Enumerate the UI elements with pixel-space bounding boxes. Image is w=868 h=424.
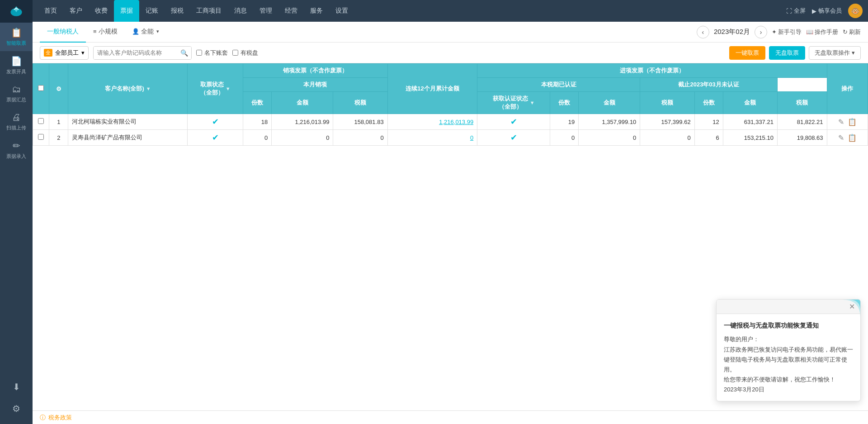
row-sales-count-0: 18 xyxy=(243,114,272,130)
topnav-right: ⛶ 全屏 ▶ 畅享会员 🐵 xyxy=(786,4,863,18)
header-fetch-status-col: 取票状态（全部） ▼ xyxy=(188,64,243,114)
row-continuous12-0: 1,216,013.99 xyxy=(387,114,477,130)
tab-general-label: 一般纳税人 xyxy=(47,28,79,36)
row-continuous12-1: 0 xyxy=(387,130,477,146)
manual-link[interactable]: 📖 操作手册 xyxy=(806,28,838,36)
tab-all-label: 全能 xyxy=(141,28,154,36)
refresh-link[interactable]: ↻ 刷新 xyxy=(843,28,861,36)
row-purchase-uncert-amount-1: 153,215.10 xyxy=(723,130,777,146)
row-checkbox-1[interactable] xyxy=(33,130,49,146)
one-click-fetch-button[interactable]: 一键取票 xyxy=(729,46,765,60)
next-month-button[interactable]: › xyxy=(755,26,767,38)
sidebar-item-data-entry[interactable]: ✏ 票据录入 xyxy=(0,136,33,164)
search-button[interactable]: 🔍 xyxy=(177,46,191,60)
filter-account-checkbox[interactable] xyxy=(196,50,202,56)
employee-select[interactable]: 全 全部员工 ▾ xyxy=(40,46,89,60)
cert-status-filter-icon[interactable]: ▼ xyxy=(530,100,535,105)
user-avatar[interactable]: 🐵 xyxy=(848,4,863,18)
row-fetch-status-0: ✔ xyxy=(188,114,243,130)
employee-tag: 全 xyxy=(44,49,52,57)
row-sales-amount-0: 1,216,013.99 xyxy=(272,114,333,130)
nav-billing[interactable]: 收费 xyxy=(89,0,114,22)
search-wrap: 🔍 xyxy=(93,46,192,60)
settings-bottom-icon: ⚙ xyxy=(12,403,20,414)
member-button[interactable]: ▶ 畅享会员 xyxy=(812,7,842,15)
tab-all[interactable]: 👤 全能 ▾ xyxy=(125,22,166,43)
sidebar-item-download[interactable]: ⬇ xyxy=(0,377,33,397)
header-settings-col: ⚙ xyxy=(49,64,68,114)
nav-invoice[interactable]: 票据 xyxy=(114,0,139,22)
filter-taxdisk-label[interactable]: 有税盘 xyxy=(232,49,258,57)
row-sales-tax-1: 0 xyxy=(333,130,387,146)
header-sales-tax: 税额 xyxy=(333,92,387,114)
all-icon: 👤 xyxy=(132,28,139,35)
filter-taxdisk-checkbox[interactable] xyxy=(232,50,238,56)
row-purchase-uncert-tax-0: 81,822.21 xyxy=(777,114,827,130)
row-sales-amount-1: 0 xyxy=(272,130,333,146)
row-purchase-cert-amount-0: 1,357,999.10 xyxy=(579,114,640,130)
guide-icon: ✦ xyxy=(772,29,777,35)
tax-policy-link[interactable]: 税务政策 xyxy=(48,414,72,422)
row-purchase-cert-count-0: 19 xyxy=(550,114,579,130)
row-cert-status-0: ✔ xyxy=(477,114,550,130)
sidebar-item-invoice-summary[interactable]: 🗂 票据汇总 xyxy=(0,80,33,108)
row-purchase-cert-amount-1: 0 xyxy=(579,130,640,146)
row-purchase-cert-tax-1: 0 xyxy=(640,130,694,146)
tab-general[interactable]: 一般纳税人 xyxy=(40,22,86,43)
small-scale-icon: ≡ xyxy=(93,28,97,35)
scan-upload-icon: 🖨 xyxy=(12,112,21,123)
sidebar-item-invoice-summary-label: 票据汇总 xyxy=(6,96,26,103)
toolbar-right: 一键取票 无盘取票 无盘取票操作 ▾ xyxy=(729,46,861,60)
no-disk-fetch-button[interactable]: 无盘取票 xyxy=(769,46,805,60)
row-detail-btn-0[interactable]: 📋 xyxy=(847,118,858,126)
header-purchase-group: 进项发票（不含作废票） xyxy=(477,64,827,78)
sidebar-item-settings-bottom[interactable]: ⚙ xyxy=(0,399,33,419)
fullscreen-button[interactable]: ⛶ 全屏 xyxy=(786,7,806,15)
sidebar-item-scan-upload[interactable]: 🖨 扫描上传 xyxy=(0,108,33,136)
row-seq-0: 1 xyxy=(49,114,68,130)
select-all-checkbox[interactable] xyxy=(38,85,44,91)
popup-line3: 给您带来的不便敬请谅解，祝您工作愉快！ xyxy=(724,375,853,385)
header-purchase-cert-count: 份数 xyxy=(550,92,579,114)
status-icon: ⓘ xyxy=(40,414,46,422)
sidebar-item-invoice-open[interactable]: 📄 发票开具 xyxy=(0,51,33,80)
new-guide-link[interactable]: ✦ 新手引导 xyxy=(772,28,802,36)
sidebar-item-scan-upload-label: 扫描上传 xyxy=(6,124,26,131)
nav-management[interactable]: 管理 xyxy=(253,0,278,22)
popup-header: ✕ xyxy=(717,300,860,314)
header-sales-count: 份数 xyxy=(243,92,272,114)
nav-tax[interactable]: 报税 xyxy=(165,0,190,22)
header-checkbox-col xyxy=(33,64,49,114)
nav-operation[interactable]: 经营 xyxy=(278,0,304,22)
popup-line2: 江苏政务网已恢复访问电子税务局功能，易代账一键登陆电子税务局与无盘取票相关功能可… xyxy=(724,345,853,375)
header-sales-amount: 金额 xyxy=(272,92,333,114)
header-operations-col: 操作 xyxy=(827,64,868,114)
customer-filter-icon[interactable]: ▼ xyxy=(146,86,151,91)
nav-accounting[interactable]: 记账 xyxy=(139,0,165,22)
tab-small[interactable]: ≡ 小规模 xyxy=(86,22,125,43)
row-edit-btn-1[interactable]: ✎ xyxy=(837,134,845,142)
row-purchase-uncert-tax-1: 19,808.63 xyxy=(777,130,827,146)
popup-close-button[interactable]: ✕ xyxy=(849,302,855,311)
row-select-0[interactable] xyxy=(38,118,44,124)
search-input[interactable] xyxy=(94,47,177,59)
nav-settings[interactable]: 设置 xyxy=(329,0,354,22)
settings-icon[interactable]: ⚙ xyxy=(56,86,61,92)
filter-account-label[interactable]: 名下账套 xyxy=(196,49,228,57)
nav-message[interactable]: 消息 xyxy=(228,0,253,22)
row-detail-btn-1[interactable]: 📋 xyxy=(847,134,858,142)
nav-home[interactable]: 首页 xyxy=(38,0,63,22)
row-checkbox-0[interactable] xyxy=(33,114,49,130)
nav-service[interactable]: 服务 xyxy=(304,0,329,22)
member-icon: ▶ xyxy=(812,8,816,14)
sidebar-item-smart-fetch[interactable]: 📋 智能取票 xyxy=(0,23,33,51)
row-select-1[interactable] xyxy=(38,134,44,140)
header-continuous12-col: 连续12个月累计金额 xyxy=(387,64,477,114)
header-cert-status: 获取认证状态（全部） ▼ xyxy=(477,92,550,114)
row-edit-btn-0[interactable]: ✎ xyxy=(837,118,845,126)
no-disk-ops-button[interactable]: 无盘取票操作 ▾ xyxy=(809,46,861,60)
fetch-status-filter-icon[interactable]: ▼ xyxy=(226,86,231,91)
nav-client[interactable]: 客户 xyxy=(63,0,89,22)
prev-month-button[interactable]: ‹ xyxy=(697,26,709,38)
nav-business[interactable]: 工商项目 xyxy=(190,0,228,22)
